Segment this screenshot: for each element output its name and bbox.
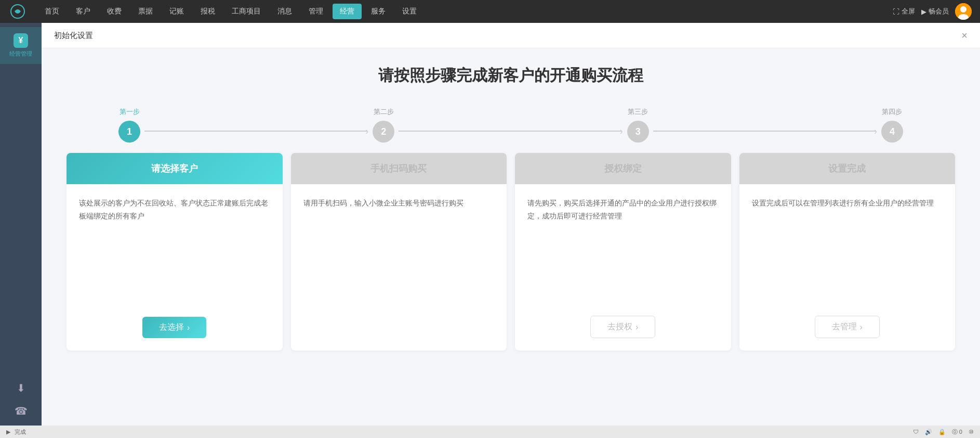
nav-right-area: ⛶ 全屏 ▶ 畅会员 xyxy=(893,3,972,20)
goto-auth-button[interactable]: 去授权 › xyxy=(590,316,655,338)
card-1-body: 该处展示的客户为不在回收站、客户状态正常建账后完成老板端绑定的所有客户 xyxy=(67,184,283,308)
page-title: 初始化设置 xyxy=(54,31,93,41)
step-1-circle: 1 xyxy=(118,121,140,143)
vip-icon: ▶ xyxy=(921,8,926,16)
card-step-1: 请选择客户 该处展示的客户为不在回收站、客户状态正常建账后完成老板端绑定的所有客… xyxy=(67,153,283,351)
goto-manage-label: 去管理 xyxy=(832,321,857,332)
nav-industry[interactable]: 工商项目 xyxy=(224,4,268,19)
arrow-3-4: › xyxy=(649,126,881,137)
volume-icon: 🔊 xyxy=(925,429,932,435)
step-2: 第二步 2 xyxy=(373,107,394,143)
goto-select-button[interactable]: 去选择 › xyxy=(142,317,206,338)
card-2-footer xyxy=(291,330,507,351)
sidebar-item-operation[interactable]: ¥ 经营管理 xyxy=(0,27,42,64)
arrowhead-2: › xyxy=(620,126,623,137)
status-text: 完成 xyxy=(15,428,26,436)
vip-btn[interactable]: ▶ 畅会员 xyxy=(921,7,949,16)
nav-bookkeeping[interactable]: 记账 xyxy=(162,4,191,19)
card-step-4: 设置完成 设置完成后可以在管理列表进行所有企业用户的经营管理 去管理 › xyxy=(739,153,956,351)
counter-0: ⓪ 0 xyxy=(952,428,962,436)
step-2-label: 第二步 xyxy=(374,107,394,117)
sidebar-bottom: ⬇ ☎ xyxy=(15,378,28,426)
sidebar-download[interactable]: ⬇ xyxy=(15,378,28,398)
lock-icon: 🔒 xyxy=(938,429,946,435)
line-1 xyxy=(144,131,367,132)
card-step-2: 手机扫码购买 请用手机扫码，输入小微企业主账号密码进行购买 xyxy=(291,153,507,351)
card-1-header: 请选择客户 xyxy=(67,153,283,184)
card-3-body: 请先购买，购买后选择开通的产品中的企业用户进行授权绑定，成功后即可进行经营管理 xyxy=(515,184,731,307)
support-icon: ☎ xyxy=(15,405,28,417)
goto-select-arrow: › xyxy=(187,323,190,332)
nav-message[interactable]: 消息 xyxy=(270,4,299,19)
shield-icon: 🛡 xyxy=(913,429,919,435)
step-3: 第三步 3 xyxy=(627,107,649,143)
goto-auth-label: 去授权 xyxy=(607,321,632,332)
status-right: 🛡 🔊 🔒 ⓪ 0 ⑩ xyxy=(913,428,974,436)
close-button[interactable]: × xyxy=(961,30,968,41)
card-4-header: 设置完成 xyxy=(739,153,956,184)
main-panel: 初始化设置 × 请按照步骤完成新客户的开通购买流程 第一步 1 › 第二步 2 xyxy=(42,23,980,426)
steps-visual: 第一步 1 › 第二步 2 › 第三步 3 xyxy=(67,107,955,143)
fullscreen-icon: ⛶ xyxy=(893,8,899,16)
goto-manage-arrow: › xyxy=(860,323,863,332)
fullscreen-label: 全屏 xyxy=(902,7,915,16)
card-1-footer: 去选择 › xyxy=(67,308,283,351)
top-navigation: 首页 客户 收费 票据 记账 报税 工商项目 消息 管理 经营 服务 设置 ⛶ … xyxy=(0,0,980,23)
arrow-2-3: › xyxy=(394,126,627,137)
main-header: 初始化设置 × xyxy=(42,23,980,48)
nav-operation[interactable]: 经营 xyxy=(333,4,362,19)
nav-home[interactable]: 首页 xyxy=(37,4,67,19)
line-2 xyxy=(399,131,621,132)
avatar[interactable] xyxy=(955,3,972,20)
sidebar-item-label: 经营管理 xyxy=(9,50,32,58)
card-4-body: 设置完成后可以在管理列表进行所有企业用户的经营管理 xyxy=(739,184,956,307)
vip-label: 畅会员 xyxy=(929,7,949,16)
goto-auth-arrow: › xyxy=(635,323,638,332)
card-2-body: 请用手机扫码，输入小微企业主账号密码进行购买 xyxy=(291,184,507,330)
goto-manage-button[interactable]: 去管理 › xyxy=(815,316,880,338)
card-step-3: 授权绑定 请先购买，购买后选择开通的产品中的企业用户进行授权绑定，成功后即可进行… xyxy=(515,153,731,351)
step-1-label: 第一步 xyxy=(120,107,140,117)
step-2-circle: 2 xyxy=(373,121,394,143)
nav-fee[interactable]: 收费 xyxy=(100,4,129,19)
step-4-circle: 4 xyxy=(881,121,903,143)
nav-customer[interactable]: 客户 xyxy=(69,4,98,19)
sidebar-support[interactable]: ☎ xyxy=(15,401,28,421)
fullscreen-btn[interactable]: ⛶ 全屏 xyxy=(893,7,915,16)
nav-bill[interactable]: 票据 xyxy=(131,4,160,19)
app-logo xyxy=(8,2,27,21)
content-area: 请按照步骤完成新客户的开通购买流程 第一步 1 › 第二步 2 › xyxy=(42,48,980,426)
card-3-footer: 去授权 › xyxy=(515,307,731,351)
arrowhead-3: › xyxy=(874,126,877,137)
step-3-circle: 3 xyxy=(627,121,649,143)
step-4-label: 第四步 xyxy=(882,107,902,117)
arrowhead-1: › xyxy=(365,126,368,137)
line-3 xyxy=(653,131,876,132)
operation-icon: ¥ xyxy=(14,33,28,48)
cards-row: 请选择客户 该处展示的客户为不在回收站、客户状态正常建账后完成老板端绑定的所有客… xyxy=(67,153,955,351)
nav-service[interactable]: 服务 xyxy=(364,4,393,19)
sidebar: ¥ 经营管理 ⬇ ☎ xyxy=(0,23,42,426)
download-icon: ⬇ xyxy=(17,382,25,394)
step-4: 第四步 4 xyxy=(881,107,903,143)
nav-tax[interactable]: 报税 xyxy=(193,4,222,19)
counter-10: ⑩ xyxy=(969,429,974,435)
nav-settings[interactable]: 设置 xyxy=(395,4,424,19)
card-4-footer: 去管理 › xyxy=(739,307,956,351)
goto-select-label: 去选择 xyxy=(159,322,184,333)
status-bar: ▶ 完成 🛡 🔊 🔒 ⓪ 0 ⑩ xyxy=(0,426,980,438)
step-3-label: 第三步 xyxy=(628,107,648,117)
svg-point-2 xyxy=(960,6,966,12)
card-2-header: 手机扫码购买 xyxy=(291,153,507,184)
card-3-header: 授权绑定 xyxy=(515,153,731,184)
play-icon: ▶ xyxy=(6,429,10,435)
flow-title: 请按照步骤完成新客户的开通购买流程 xyxy=(67,65,955,86)
arrow-1-2: › xyxy=(140,126,373,137)
step-1: 第一步 1 xyxy=(118,107,140,143)
nav-manage[interactable]: 管理 xyxy=(301,4,330,19)
